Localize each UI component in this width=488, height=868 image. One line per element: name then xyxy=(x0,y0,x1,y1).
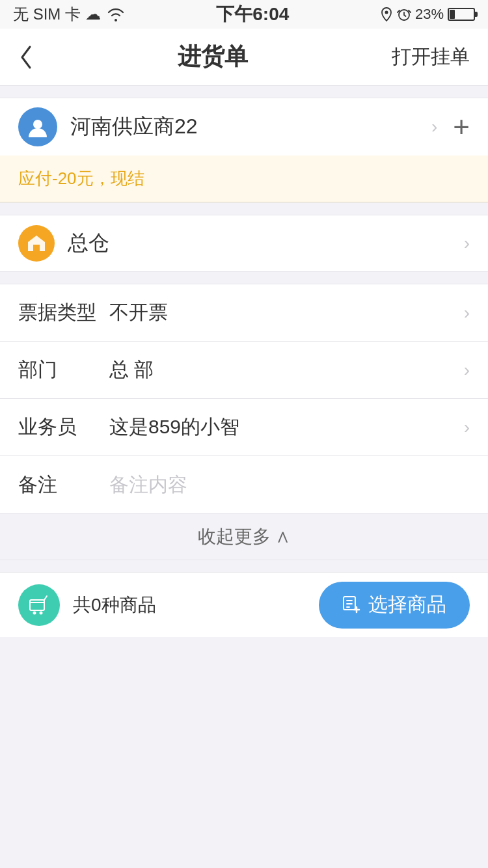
warehouse-row[interactable]: 总仓 › xyxy=(0,215,488,272)
svg-point-0 xyxy=(385,11,388,14)
signal-text: 无 SIM 卡 ☁ xyxy=(13,4,101,25)
svg-point-2 xyxy=(33,120,42,129)
remark-label: 备注 xyxy=(18,472,109,498)
nav-bar: 进货单 打开挂单 xyxy=(0,29,488,86)
supplier-arrow-icon: › xyxy=(431,116,437,137)
department-row[interactable]: 部门 总 部 › xyxy=(0,342,488,399)
invoice-arrow-icon: › xyxy=(464,303,470,323)
form-section: 票据类型 不开票 › 部门 总 部 › 业务员 这是859的小智 › 备注 备注… xyxy=(0,284,488,513)
warehouse-icon xyxy=(18,225,55,262)
svg-rect-4 xyxy=(30,600,44,610)
notice-banner: 应付-20元，现结 xyxy=(0,156,488,202)
supplier-name: 河南供应商22 xyxy=(70,113,431,141)
select-product-label: 选择商品 xyxy=(368,591,446,618)
invoice-value: 不开票 xyxy=(109,299,457,326)
department-arrow-icon: › xyxy=(464,360,470,381)
warehouse-name: 总仓 xyxy=(68,229,464,258)
svg-rect-7 xyxy=(344,597,355,610)
bottom-bar: 共0种商品 选择商品 xyxy=(0,572,488,637)
cart-icon-wrap xyxy=(18,584,60,626)
page-title: 进货单 xyxy=(178,41,248,73)
section-gap-1 xyxy=(0,86,488,98)
remark-row[interactable]: 备注 备注内容 xyxy=(0,456,488,513)
supplier-row[interactable]: 河南供应商22 › + xyxy=(0,98,488,156)
status-bar: 无 SIM 卡 ☁ 下午6:04 23% xyxy=(0,0,488,29)
select-product-button[interactable]: 选择商品 xyxy=(319,582,470,629)
page-background xyxy=(0,637,488,832)
supplier-section: 河南供应商22 › + 应付-20元，现结 xyxy=(0,98,488,203)
salesman-value: 这是859的小智 xyxy=(109,414,457,441)
cart-icon xyxy=(27,593,51,617)
salesman-arrow-icon: › xyxy=(464,417,470,438)
svg-point-5 xyxy=(33,611,36,614)
supplier-avatar xyxy=(18,107,57,146)
salesman-label: 业务员 xyxy=(18,414,109,441)
product-count: 共0种商品 xyxy=(73,593,306,617)
add-supplier-button[interactable]: + xyxy=(453,111,470,143)
svg-rect-3 xyxy=(33,245,40,251)
invoice-type-row[interactable]: 票据类型 不开票 › xyxy=(0,284,488,342)
open-pending-button[interactable]: 打开挂单 xyxy=(392,44,470,70)
department-label: 部门 xyxy=(18,357,109,383)
svg-point-6 xyxy=(40,611,43,614)
collapse-toggle[interactable]: 收起更多 ∧ xyxy=(0,513,488,560)
alarm-icon xyxy=(397,7,411,21)
status-right: 23% xyxy=(380,6,475,23)
wifi-icon xyxy=(106,7,126,21)
battery-percent: 23% xyxy=(415,6,444,23)
battery-icon xyxy=(448,8,475,21)
collapse-label: 收起更多 ∧ xyxy=(198,524,291,549)
salesman-row[interactable]: 业务员 这是859的小智 › xyxy=(0,399,488,456)
status-time: 下午6:04 xyxy=(216,2,289,27)
location-icon xyxy=(380,7,393,21)
invoice-label: 票据类型 xyxy=(18,299,109,326)
status-left: 无 SIM 卡 ☁ xyxy=(13,4,126,25)
select-product-icon xyxy=(342,595,362,615)
back-button[interactable] xyxy=(18,44,34,70)
department-value: 总 部 xyxy=(109,357,457,383)
remark-input[interactable]: 备注内容 xyxy=(109,472,470,498)
warehouse-arrow-icon: › xyxy=(464,233,470,254)
